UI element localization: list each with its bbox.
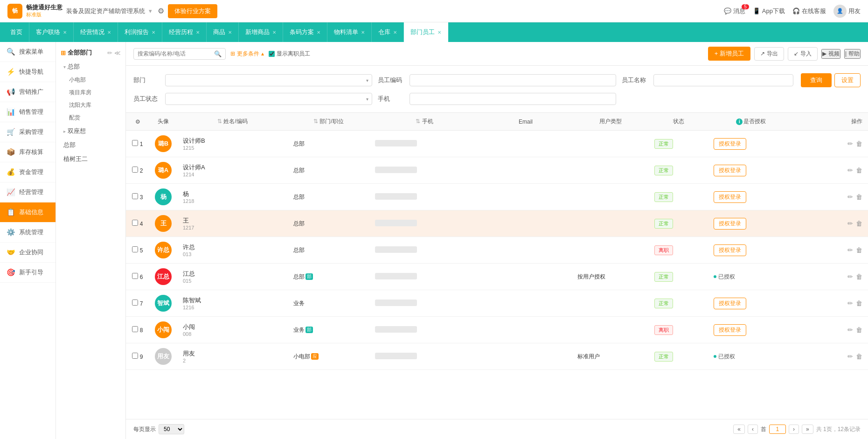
search-input[interactable]: [138, 50, 212, 57]
left-nav-item-purchase[interactable]: 🛒 采购管理: [0, 122, 56, 142]
close-tab-icon[interactable]: ✕: [107, 30, 111, 35]
left-nav-item-sales[interactable]: 📊 销售管理: [0, 102, 56, 122]
resigned-checkbox-input[interactable]: [269, 51, 275, 57]
nav-tab-仓库[interactable]: 仓库✕: [372, 22, 404, 42]
auth-login-btn[interactable]: 授权登录: [714, 244, 746, 256]
close-tab-icon[interactable]: ✕: [63, 30, 67, 35]
settings-button[interactable]: 设置: [834, 73, 861, 87]
dept-node-2[interactable]: 植树王二: [56, 152, 125, 166]
edit-btn[interactable]: ✏: [847, 246, 853, 254]
close-tab-icon[interactable]: ✕: [228, 30, 232, 35]
dept-child-小电部[interactable]: 小电部: [56, 74, 125, 86]
row-checkbox[interactable]: [132, 300, 138, 306]
row-checkbox[interactable]: [132, 326, 138, 332]
close-tab-icon[interactable]: ✕: [437, 30, 441, 35]
delete-btn[interactable]: 🗑: [856, 353, 862, 360]
nav-tab-经营情况[interactable]: 经营情况✕: [74, 22, 118, 42]
left-nav-item-search[interactable]: 🔍 搜索菜单: [0, 42, 56, 62]
left-nav-item-basic[interactable]: 📋 基础信息: [0, 202, 56, 223]
nav-tab-商品[interactable]: 商品✕: [207, 22, 239, 42]
nav-tab-利润报告[interactable]: 利润报告✕: [118, 22, 162, 42]
delete-btn[interactable]: 🗑: [856, 140, 862, 147]
settings-icon[interactable]: ⚙: [158, 7, 164, 15]
delete-btn[interactable]: 🗑: [856, 193, 862, 201]
dept-edit-btn[interactable]: ✏: [107, 49, 112, 56]
delete-btn[interactable]: 🗑: [856, 326, 862, 334]
close-tab-icon[interactable]: ✕: [196, 30, 200, 35]
auth-login-btn[interactable]: 授权登录: [714, 298, 746, 309]
page-input[interactable]: [769, 425, 786, 434]
left-nav-item-finance[interactable]: 💰 资金管理: [0, 162, 56, 182]
auth-login-btn[interactable]: 授权登录: [714, 218, 746, 230]
app-download-action[interactable]: 📱 App下载: [753, 7, 785, 15]
user-action[interactable]: 👤 用友: [833, 5, 861, 18]
left-nav-item-operation[interactable]: 📈 经营管理: [0, 182, 56, 202]
export-button[interactable]: ↗ 导出: [754, 47, 784, 61]
auth-login-btn[interactable]: 授权登录: [714, 324, 746, 336]
next-page-btn[interactable]: ›: [789, 425, 799, 434]
edit-btn[interactable]: ✏: [847, 273, 853, 280]
delete-btn[interactable]: 🗑: [856, 220, 862, 227]
view-button[interactable]: ▶ 视频: [821, 49, 840, 59]
dept-child-项目库房[interactable]: 项目库房: [56, 86, 125, 99]
auth-login-btn[interactable]: 授权登录: [714, 138, 746, 150]
auth-login-btn[interactable]: 授权登录: [714, 191, 746, 203]
auth-login-btn[interactable]: 授权登录: [714, 165, 746, 176]
dept-child-配货[interactable]: 配货: [56, 111, 125, 124]
dept-node-all[interactable]: ▾总部: [56, 60, 125, 74]
row-checkbox[interactable]: [132, 140, 138, 146]
emp-status-select[interactable]: [165, 93, 372, 105]
emp-code-input[interactable]: [410, 74, 617, 86]
import-button[interactable]: ↙ 导入: [788, 47, 818, 61]
edit-btn[interactable]: ✏: [847, 220, 853, 227]
nav-tab-客户联络[interactable]: 客户联络✕: [29, 22, 74, 42]
left-nav-item-guide[interactable]: 🎯 新手引导: [0, 263, 56, 283]
edit-btn[interactable]: ✏: [847, 193, 853, 201]
delete-btn[interactable]: 🗑: [856, 167, 862, 174]
close-tab-icon[interactable]: ✕: [152, 30, 155, 35]
left-nav-item-quick[interactable]: ⚡ 快捷导航: [0, 62, 56, 82]
delete-btn[interactable]: 🗑: [856, 273, 862, 280]
row-checkbox[interactable]: [132, 167, 138, 173]
online-support-action[interactable]: 🎧 在线客服: [792, 7, 826, 15]
dropdown-icon[interactable]: ▾: [149, 7, 152, 14]
row-checkbox[interactable]: [132, 246, 138, 252]
filter-more-btn[interactable]: ⊞ 更多条件 ▴: [230, 50, 264, 58]
close-tab-icon[interactable]: ✕: [393, 30, 397, 35]
close-tab-icon[interactable]: ✕: [361, 30, 365, 35]
row-checkbox[interactable]: [132, 273, 138, 279]
left-nav-item-marketing[interactable]: 📢 营销推广: [0, 82, 56, 102]
left-nav-item-system[interactable]: ⚙️ 系统管理: [0, 223, 56, 243]
page-size-select[interactable]: 50 10 20 100: [159, 424, 184, 434]
phone-input[interactable]: [410, 93, 617, 105]
nav-tab-新增商品[interactable]: 新增商品✕: [239, 22, 283, 42]
dept-collapse-btn[interactable]: ≪: [114, 49, 121, 56]
prev-page-btn[interactable]: ‹: [748, 425, 758, 434]
dept-node-0[interactable]: ▸双座想: [56, 124, 125, 138]
edit-btn[interactable]: ✏: [847, 300, 853, 307]
left-nav-item-collab[interactable]: 🤝 企业协同: [0, 243, 56, 263]
emp-name-input[interactable]: [653, 74, 793, 86]
add-employee-button[interactable]: + 新增员工: [708, 47, 750, 61]
dept-select[interactable]: [165, 74, 372, 86]
search-button[interactable]: 查询: [801, 73, 832, 87]
dept-node-1[interactable]: 总部: [56, 138, 125, 152]
nav-tab-首页[interactable]: 首页: [4, 22, 29, 42]
nav-tab-物料清单[interactable]: 物料清单✕: [327, 22, 372, 42]
close-tab-icon[interactable]: ✕: [272, 30, 276, 35]
row-checkbox[interactable]: [132, 353, 138, 359]
edit-btn[interactable]: ✏: [847, 167, 853, 174]
nav-tab-经营历程[interactable]: 经营历程✕: [162, 22, 207, 42]
left-nav-item-inventory[interactable]: 📦 库存核算: [0, 142, 56, 162]
delete-btn[interactable]: 🗑: [856, 300, 862, 307]
dept-child-沈阳大库[interactable]: 沈阳大库: [56, 99, 125, 111]
row-checkbox[interactable]: [132, 193, 138, 199]
edit-btn[interactable]: ✏: [847, 140, 853, 147]
last-page-btn[interactable]: »: [802, 425, 813, 434]
help-button[interactable]: | 帮助: [844, 49, 861, 59]
row-checkbox[interactable]: [132, 220, 138, 226]
first-page-btn[interactable]: «: [733, 425, 745, 434]
message-action[interactable]: 💬 消息 5: [724, 7, 745, 15]
edit-btn[interactable]: ✏: [847, 353, 853, 360]
close-tab-icon[interactable]: ✕: [317, 30, 320, 35]
